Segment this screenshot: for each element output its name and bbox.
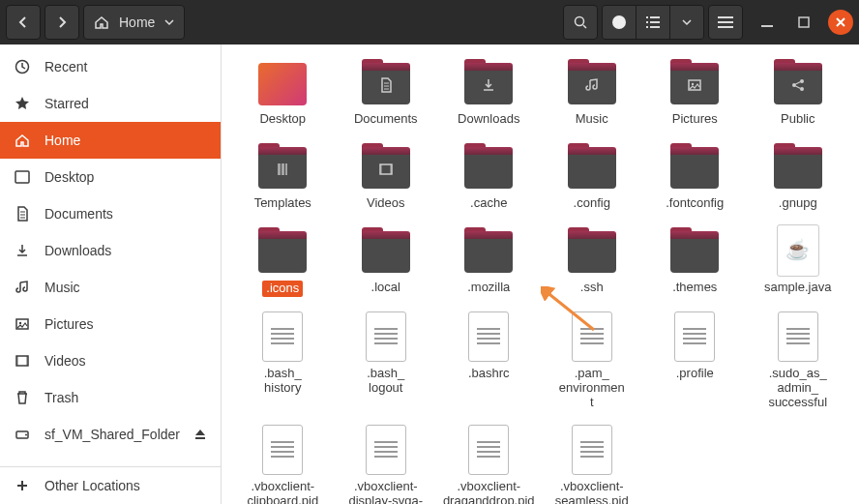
view-options-button[interactable] <box>670 6 703 39</box>
file-item[interactable]: .themes <box>643 221 747 301</box>
folder-icon <box>670 234 719 273</box>
file-item[interactable]: Downloads <box>437 52 541 131</box>
view-list-button[interactable] <box>637 6 669 39</box>
sidebar-item-home[interactable]: Home <box>0 122 221 159</box>
file-item[interactable]: .vboxclient-draganddrop.pid <box>437 420 541 504</box>
path-bar[interactable]: Home <box>83 5 185 40</box>
hamburger-menu-button[interactable] <box>708 5 743 40</box>
sidebar-other-locations[interactable]: Other Locations <box>0 466 221 504</box>
file-label: .vboxclient-clipboard.pid <box>234 480 331 504</box>
sidebar-item-label: Starred <box>44 96 89 111</box>
sidebar-item-downloads[interactable]: Downloads <box>0 232 221 269</box>
sidebar-item-label: Desktop <box>44 169 94 185</box>
svg-rect-13 <box>15 171 29 183</box>
file-label: .pam_environment <box>559 367 625 410</box>
sidebar-item-desktop[interactable]: Desktop <box>0 159 221 195</box>
sidebar-item-label: Home <box>44 133 80 148</box>
download-icon <box>14 243 31 258</box>
sidebar: RecentStarredHomeDesktopDocumentsDownloa… <box>0 44 222 504</box>
sidebar-item-label: sf_VM_Shared_Folder <box>44 427 180 442</box>
sidebar-item-label: Music <box>44 280 80 295</box>
file-item[interactable]: .pam_environment <box>541 307 644 414</box>
text-file-icon <box>366 311 406 362</box>
file-item[interactable]: .config <box>541 136 644 215</box>
folder-icon <box>568 150 616 189</box>
eject-button[interactable] <box>193 428 207 441</box>
window-maximize-button[interactable] <box>791 10 816 35</box>
folder-icon <box>464 150 513 189</box>
file-item[interactable]: .bash_logout <box>335 307 438 414</box>
file-item[interactable]: Videos <box>335 136 438 215</box>
file-item[interactable]: Documents <box>335 52 438 131</box>
search-button[interactable] <box>563 5 598 40</box>
folder-icon <box>568 234 616 273</box>
sidebar-item-trash[interactable]: Trash <box>0 379 221 416</box>
svg-rect-11 <box>799 17 809 27</box>
svg-rect-18 <box>26 356 28 366</box>
search-icon <box>573 15 588 30</box>
sidebar-item-music[interactable]: Music <box>0 269 221 306</box>
file-label: .bash_history <box>264 367 302 396</box>
folder-icon <box>774 66 822 104</box>
file-item[interactable]: Music <box>541 52 644 131</box>
window-close-button[interactable] <box>828 10 853 35</box>
file-item[interactable]: .ssh <box>541 221 644 301</box>
file-item[interactable]: Desktop <box>231 52 335 131</box>
sidebar-item-label: Videos <box>44 353 86 369</box>
file-item[interactable]: Pictures <box>643 52 747 131</box>
svg-rect-8 <box>718 21 733 23</box>
desktop-icon <box>14 169 31 185</box>
file-item[interactable]: ☕sample.java <box>747 221 850 301</box>
folder-icon <box>258 150 307 189</box>
chevron-left-icon <box>16 15 30 29</box>
file-item[interactable]: .sudo_as_admin_successful <box>747 307 850 414</box>
file-label: Downloads <box>458 112 519 127</box>
file-label: .vboxclient-seamless.pid <box>544 480 640 504</box>
back-button[interactable] <box>6 5 41 40</box>
forward-button[interactable] <box>44 5 79 40</box>
sidebar-item-documents[interactable]: Documents <box>0 195 221 232</box>
file-label: .themes <box>672 281 717 295</box>
file-view[interactable]: DesktopDocumentsDownloadsMusicPicturesPu… <box>222 44 859 504</box>
zoom-button[interactable] <box>603 6 636 39</box>
sidebar-item-recent[interactable]: Recent <box>0 48 221 85</box>
svg-rect-26 <box>278 163 281 175</box>
file-item[interactable]: .mozilla <box>437 221 541 301</box>
file-item[interactable]: .vboxclient-clipboard.pid <box>231 420 335 504</box>
file-item[interactable]: Templates <box>231 136 335 215</box>
sidebar-item-label: Documents <box>44 206 113 222</box>
file-item[interactable]: .gnupg <box>747 136 850 215</box>
sidebar-item-sf-vm-shared-folder[interactable]: sf_VM_Shared_Folder <box>0 416 221 453</box>
text-file-icon <box>262 311 303 362</box>
file-item[interactable]: Public <box>747 52 850 131</box>
sidebar-item-videos[interactable]: Videos <box>0 342 221 379</box>
window-minimize-button[interactable] <box>755 10 780 35</box>
folder-icon <box>464 66 513 104</box>
file-item[interactable]: .icons <box>231 221 335 301</box>
minimize-icon <box>761 16 773 28</box>
svg-point-22 <box>692 83 694 85</box>
file-item[interactable]: .vboxclient-seamless.pid <box>541 420 644 504</box>
file-label: Desktop <box>259 112 306 127</box>
file-item[interactable]: .local <box>335 221 438 301</box>
svg-rect-17 <box>16 356 18 366</box>
file-item[interactable]: .bash_history <box>231 307 335 414</box>
svg-point-25 <box>800 87 804 91</box>
video-icon <box>14 353 31 369</box>
file-label: .profile <box>676 367 714 381</box>
file-item[interactable]: .vboxclient-display-svga-x11.… <box>335 420 438 504</box>
file-label: Documents <box>354 112 418 127</box>
file-item[interactable]: .fontconfig <box>643 136 747 215</box>
file-item[interactable]: .bashrc <box>437 307 541 414</box>
sidebar-item-pictures[interactable]: Pictures <box>0 306 221 342</box>
sidebar-item-starred[interactable]: Starred <box>0 85 221 122</box>
file-label: .mozilla <box>467 281 510 295</box>
file-item[interactable]: .profile <box>643 307 747 414</box>
svg-rect-30 <box>380 164 382 174</box>
file-item[interactable]: .cache <box>437 136 541 215</box>
list-icon <box>645 15 661 29</box>
file-label: .cache <box>470 196 507 211</box>
svg-rect-5 <box>646 26 648 28</box>
doc-icon <box>14 206 31 222</box>
svg-rect-9 <box>718 26 733 28</box>
